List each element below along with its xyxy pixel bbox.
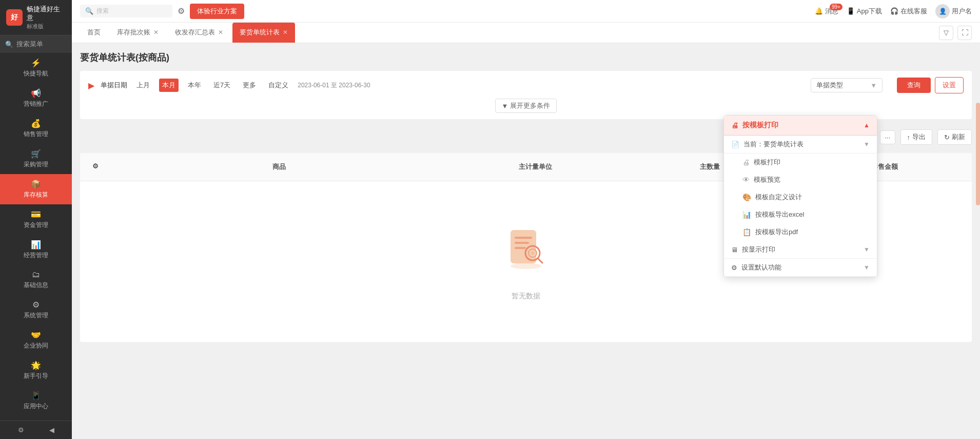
tab-collection-summary[interactable]: 收发存汇总表 ✕ bbox=[168, 23, 230, 43]
finance-icon: 💳 bbox=[31, 209, 41, 219]
current-section-arrow: ▼ bbox=[864, 141, 870, 148]
refresh-icon: ↻ bbox=[944, 133, 950, 141]
settings-button[interactable]: 设置 bbox=[935, 77, 964, 93]
collapse-icon[interactable]: ◀ bbox=[49, 426, 54, 434]
sidebar-item-marketing[interactable]: 📢 营销推广 bbox=[0, 83, 72, 113]
svg-rect-3 bbox=[515, 242, 529, 244]
date-option-this-year[interactable]: 本年 bbox=[185, 79, 204, 92]
expand-conditions-btn[interactable]: ▼ 展开更多条件 bbox=[495, 99, 557, 113]
svg-line-7 bbox=[538, 258, 542, 263]
online-service-btn[interactable]: 🎧 在线客服 bbox=[890, 7, 927, 16]
tabs-controls: ▽ ⛶ bbox=[939, 26, 972, 40]
topbar-search-icon: 🔍 bbox=[85, 7, 93, 15]
dropdown-template-pdf[interactable]: 📋 按模板导出pdf bbox=[724, 223, 877, 241]
dropdown-display-section: 🖥 按显示打印 ▼ bbox=[724, 241, 877, 259]
refresh-btn[interactable]: ↻ 刷新 bbox=[937, 129, 972, 145]
sidebar-item-wechat[interactable]: 💬 企业微信 bbox=[0, 416, 72, 421]
print-dropdown-header: 🖨 按模板打印 ▲ bbox=[724, 116, 877, 136]
display-section-arrow: ▼ bbox=[864, 246, 870, 253]
logo-text: 畅捷通好生意 标准版 bbox=[27, 5, 66, 30]
print-header-icon: 🖨 bbox=[731, 121, 738, 129]
sidebar-item-appstore[interactable]: 📱 应用中心 bbox=[0, 386, 72, 416]
purchase-icon: 🛒 bbox=[31, 149, 41, 159]
svg-point-0 bbox=[511, 263, 541, 269]
sidebar-item-guide[interactable]: 🌟 新手引导 bbox=[0, 355, 72, 386]
display-print-icon: 🖥 bbox=[731, 246, 738, 254]
avatar-img: 👤 bbox=[935, 4, 950, 18]
settings-icon[interactable]: ⚙ bbox=[18, 426, 24, 434]
svg-point-8 bbox=[531, 252, 534, 255]
toolbar-dots-btn[interactable]: ··· bbox=[880, 130, 895, 144]
export-btn[interactable]: ↑ 导出 bbox=[900, 129, 933, 145]
doc-type-select[interactable]: 单据类型 ▼ bbox=[811, 78, 883, 92]
tabs-expand-btn[interactable]: ▽ bbox=[939, 26, 953, 40]
headset-icon: 🎧 bbox=[890, 7, 898, 15]
print-dropdown: 🖨 按模板打印 ▲ 📄 当前：要货单统计表 ▼ 🖨 模板打印 bbox=[723, 115, 877, 277]
sidebar-item-purchase[interactable]: 🛒 采购管理 bbox=[0, 144, 72, 174]
page-content: 要货单统计表(按商品) ▶ 单据日期 上月 本月 本年 近7天 更多 自定义 2… bbox=[72, 43, 980, 439]
template-preview-icon: 👁 bbox=[742, 176, 750, 184]
appstore-icon: 📱 bbox=[31, 391, 41, 400]
template-custom-icon: 🎨 bbox=[742, 193, 751, 201]
dropdown-default-header[interactable]: ⚙ 设置默认功能 ▼ bbox=[724, 259, 877, 276]
sidebar-item-finance[interactable]: 💳 资金管理 bbox=[0, 204, 72, 235]
filter-expand-arrow[interactable]: ▶ bbox=[88, 81, 94, 90]
dropdown-template-excel[interactable]: 📊 按模板导出excel bbox=[724, 206, 877, 223]
sidebar-item-sales[interactable]: 💰 销售管理 bbox=[0, 113, 72, 144]
sidebar-item-operation[interactable]: 📊 经营管理 bbox=[0, 235, 72, 265]
sidebar-item-quick-nav[interactable]: ⚡ 快捷导航 bbox=[0, 53, 72, 83]
topbar-search[interactable]: 🔍 搜索 bbox=[80, 5, 172, 17]
tab-collection-summary-close[interactable]: ✕ bbox=[218, 29, 223, 36]
sidebar-nav: ⚡ 快捷导航 📢 营销推广 💰 销售管理 🛒 采购管理 📦 库存核算 💳 资金管… bbox=[0, 53, 72, 421]
tab-batch-account[interactable]: 库存批次账 ✕ bbox=[110, 23, 166, 43]
dropdown-display-title: 🖥 按显示打印 bbox=[731, 245, 775, 254]
sidebar-item-inventory[interactable]: 📦 库存核算 bbox=[0, 174, 72, 204]
dropdown-template-print[interactable]: 🖨 模板打印 bbox=[724, 154, 877, 171]
dropdown-template-custom[interactable]: 🎨 模板自定义设计 bbox=[724, 188, 877, 206]
tabs-fullscreen-btn[interactable]: ⛶ bbox=[957, 26, 972, 40]
message-btn[interactable]: 🔔 消息 99+ bbox=[815, 7, 838, 16]
print-dropdown-toggle[interactable]: ▲ bbox=[864, 122, 870, 129]
topbar-gear-icon[interactable]: ⚙ bbox=[178, 6, 185, 16]
dropdown-template-preview[interactable]: 👁 模板预览 bbox=[724, 171, 877, 188]
dropdown-default-section: ⚙ 设置默认功能 ▼ bbox=[724, 259, 877, 277]
date-option-7days[interactable]: 近7天 bbox=[210, 79, 233, 92]
app-download-btn[interactable]: 📱 App下载 bbox=[847, 7, 882, 16]
tab-order-stats[interactable]: 要货单统计表 ✕ bbox=[232, 23, 295, 43]
template-print-icon: 🖨 bbox=[742, 158, 750, 166]
tabs-bar: 首页 库存批次账 ✕ 收发存汇总表 ✕ 要货单统计表 ✕ ▽ ⛶ bbox=[72, 23, 980, 43]
dropdown-default-title: ⚙ 设置默认功能 bbox=[731, 263, 781, 272]
doc-type-arrow-icon: ▼ bbox=[870, 82, 877, 89]
search-icon: 🔍 bbox=[5, 41, 13, 48]
expand-icon: ▼ bbox=[502, 102, 508, 110]
sidebar-item-enterprise[interactable]: 🤝 企业协同 bbox=[0, 325, 72, 355]
dropdown-current-header[interactable]: 📄 当前：要货单统计表 ▼ bbox=[724, 136, 877, 153]
user-avatar[interactable]: 👤 用户名 bbox=[935, 4, 972, 18]
sidebar-item-system[interactable]: ⚙ 系统管理 bbox=[0, 295, 72, 325]
query-button[interactable]: 查询 bbox=[897, 78, 931, 93]
bell-icon: 🔔 bbox=[815, 7, 823, 15]
empty-text: 暂无数据 bbox=[512, 292, 540, 301]
sidebar-item-basic[interactable]: 🗂 基础信息 bbox=[0, 265, 72, 295]
date-option-more[interactable]: 更多 bbox=[240, 79, 259, 92]
default-func-icon: ⚙ bbox=[731, 264, 737, 272]
operation-icon: 📊 bbox=[31, 240, 41, 250]
tab-home[interactable]: 首页 bbox=[80, 23, 108, 43]
industry-btn[interactable]: 体验行业方案 bbox=[190, 4, 244, 19]
tab-batch-account-close[interactable]: ✕ bbox=[153, 29, 159, 36]
dropdown-display-header[interactable]: 🖥 按显示打印 ▼ bbox=[724, 241, 877, 258]
inventory-icon: 📦 bbox=[31, 179, 41, 189]
date-option-custom[interactable]: 自定义 bbox=[265, 79, 291, 92]
filter-row-2: ▼ 展开更多条件 bbox=[88, 99, 964, 113]
empty-icon bbox=[500, 222, 552, 283]
tab-order-stats-close[interactable]: ✕ bbox=[283, 29, 288, 36]
date-option-last-month[interactable]: 上月 bbox=[133, 79, 153, 92]
date-option-this-month[interactable]: 本月 bbox=[159, 79, 179, 92]
basic-icon: 🗂 bbox=[32, 270, 40, 279]
dropdown-current-title: 📄 当前：要货单统计表 bbox=[731, 140, 803, 149]
date-range-display: 2023-06-01 至 2023-06-30 bbox=[298, 81, 370, 90]
col-settings[interactable]: ⚙ bbox=[80, 158, 111, 176]
sidebar-search[interactable]: 🔍 搜索菜单 bbox=[0, 35, 72, 53]
page-title: 要货单统计表(按商品) bbox=[80, 51, 972, 64]
scroll-indicator[interactable] bbox=[976, 103, 980, 205]
